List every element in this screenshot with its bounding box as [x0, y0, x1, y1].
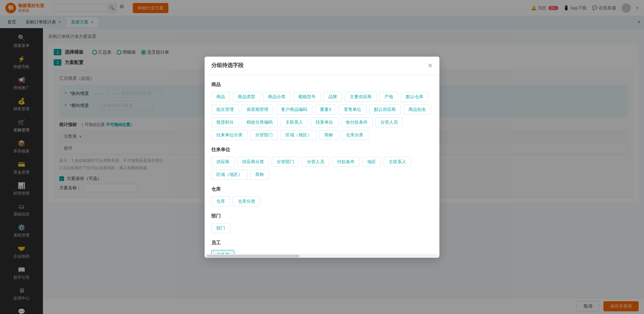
modal-overlay: 分组待选字段 ✕ 商品 商品 商品类型 商品分类 规格型号 品牌 主要供应商 产…	[0, 0, 644, 314]
tag-warehouse-0[interactable]: 仓库	[211, 196, 230, 206]
tag-product-22[interactable]: 分管部门	[250, 130, 278, 140]
field-tags-product: 商品 商品类型 商品分类 规格型号 品牌 主要供应商 产地 默认仓库 批次管理 …	[211, 92, 433, 140]
section-department: 部门 部门	[211, 213, 433, 233]
tag-product-3[interactable]: 规格型号	[293, 92, 321, 102]
field-tags-department: 部门	[211, 223, 433, 233]
field-tags-warehouse: 仓库 仓库分类	[211, 196, 433, 206]
tag-product-1[interactable]: 商品类型	[233, 92, 260, 102]
field-tags-employee: 业务员	[211, 250, 433, 254]
tag-partner-8[interactable]: 简称	[250, 170, 269, 180]
tag-partner-7[interactable]: 区域（地区）	[211, 170, 248, 180]
modal-h-scrollbar-area	[205, 254, 439, 258]
tag-department-0[interactable]: 部门	[211, 223, 230, 233]
tag-product-15[interactable]: 拣货积分	[211, 117, 239, 127]
section-partner: 往来单位 供应商 供应商分类 分管部门 分管人员 付款条件 地区 主联系人 区域…	[211, 147, 433, 180]
tag-product-6[interactable]: 产地	[379, 92, 398, 102]
modal-dialog: 分组待选字段 ✕ 商品 商品 商品类型 商品分类 规格型号 品牌 主要供应商 产…	[205, 57, 439, 258]
tag-product-23[interactable]: 区域（地区）	[280, 130, 317, 140]
tag-product-12[interactable]: 零售单位	[339, 105, 366, 115]
tag-product-14[interactable]: 商品别名	[404, 105, 431, 115]
section-product: 商品 商品 商品类型 商品分类 规格型号 品牌 主要供应商 产地 默认仓库 批次…	[211, 82, 433, 140]
tag-product-25[interactable]: 仓库分类	[341, 130, 368, 140]
tag-partner-5[interactable]: 地区	[362, 157, 381, 167]
tag-product-2[interactable]: 商品分类	[263, 92, 290, 102]
tag-product-13[interactable]: 默认供应商	[369, 105, 401, 115]
tag-product-20[interactable]: 分管人员	[375, 117, 403, 127]
tag-product-0[interactable]: 商品	[211, 92, 230, 102]
tag-partner-3[interactable]: 分管人员	[302, 157, 329, 167]
tag-product-17[interactable]: 主联系人	[280, 117, 308, 127]
tag-partner-2[interactable]: 分管部门	[272, 157, 299, 167]
tag-product-24[interactable]: 简称	[319, 130, 338, 140]
section-warehouse: 仓库 仓库 仓库分类	[211, 186, 433, 206]
tag-partner-6[interactable]: 主联系人	[384, 157, 411, 167]
modal-header: 分组待选字段 ✕	[205, 57, 439, 75]
modal-scroll-area[interactable]: 商品 商品 商品类型 商品分类 规格型号 品牌 主要供应商 产地 默认仓库 批次…	[205, 75, 439, 254]
tag-product-4[interactable]: 品牌	[323, 92, 342, 102]
section-title-partner: 往来单位	[211, 147, 433, 153]
modal-h-scrollbar-track[interactable]	[206, 255, 438, 257]
modal-h-scrollbar-thumb[interactable]	[207, 255, 300, 257]
tag-product-9[interactable]: 保质期管理	[241, 105, 273, 115]
tag-partner-0[interactable]: 供应商	[211, 157, 234, 167]
tag-partner-1[interactable]: 供应商分类	[237, 157, 269, 167]
tag-product-10[interactable]: 客户商品编码	[276, 105, 312, 115]
tag-product-21[interactable]: 往来单位分类	[211, 130, 248, 140]
tag-partner-4[interactable]: 付款条件	[332, 157, 360, 167]
tag-product-16[interactable]: 税收分类编码	[241, 117, 278, 127]
section-title-product: 商品	[211, 82, 433, 88]
tag-product-18[interactable]: 结算单位	[311, 117, 338, 127]
section-title-warehouse: 仓库	[211, 186, 433, 192]
field-tags-partner: 供应商 供应商分类 分管部门 分管人员 付款条件 地区 主联系人 区域（地区） …	[211, 157, 433, 180]
section-title-employee: 员工	[211, 240, 433, 246]
tag-product-5[interactable]: 主要供应商	[345, 92, 377, 102]
tag-product-8[interactable]: 批次管理	[211, 105, 239, 115]
section-employee: 员工 业务员	[211, 240, 433, 254]
modal-title: 分组待选字段	[211, 62, 244, 69]
tag-product-19[interactable]: 收付款条件	[341, 117, 373, 127]
tag-product-11[interactable]: 重量3	[315, 105, 336, 115]
modal-close-button[interactable]: ✕	[428, 62, 433, 69]
tag-product-7[interactable]: 默认仓库	[401, 92, 428, 102]
modal-body-wrapper: 商品 商品 商品类型 商品分类 规格型号 品牌 主要供应商 产地 默认仓库 批次…	[205, 75, 439, 254]
tag-employee-0[interactable]: 业务员	[211, 250, 234, 254]
section-title-department: 部门	[211, 213, 433, 219]
tag-warehouse-1[interactable]: 仓库分类	[233, 196, 260, 206]
